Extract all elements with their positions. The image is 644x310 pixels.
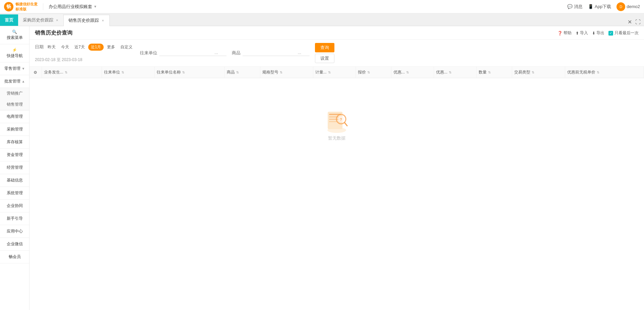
th-pretax-price[interactable]: 优惠前无税单价 ⇅ (565, 67, 644, 78)
table-header: ⚙ 业务发生... ⇅ 往来单位 ⇅ (30, 67, 644, 78)
app-selector[interactable]: 办公用品行业模拟账套 ▼ (49, 4, 97, 10)
filter-bar: 日期 昨天 今天 近7天 近1月 更多 自定义 2023-02-18 至 202… (30, 40, 644, 67)
date-label: 日期 (35, 44, 44, 50)
sidebar: 🔍 搜索菜单 ⚡ 快捷导航 零售管理 ▼ 批发管理 ▲ 营销推广 销售管理 电商… (0, 26, 30, 310)
app-download-icon: 📱 (588, 4, 593, 9)
source-label: 往来单位 (140, 50, 157, 56)
sidebar-item-guide[interactable]: 新手引导 (0, 212, 29, 225)
th-unit[interactable]: 计量... ⇅ (313, 67, 356, 78)
th-discount1[interactable]: 优惠... ⇅ (391, 67, 434, 78)
th-qty[interactable]: 数量 ⇅ (477, 67, 512, 78)
sidebar-item-marketing[interactable]: 营销推广 (0, 88, 29, 99)
wholesale-arrow-icon: ▲ (22, 80, 25, 83)
goods-input-area: ... (243, 50, 310, 56)
only-last-checkbox-area[interactable]: ✓ 只看最后一次 (608, 30, 639, 36)
export-button[interactable]: ⬇ 导出 (592, 30, 604, 36)
empty-illustration: ? (322, 105, 352, 135)
quick-nav-icon: ⚡ (12, 48, 17, 52)
tab-home[interactable]: 首页 (0, 14, 18, 26)
filter-actions: 查询 设置 (315, 43, 334, 63)
source-ellipsis-btn[interactable]: ... (214, 50, 218, 55)
sort-icon-partner-code: ⇅ (121, 70, 124, 74)
table-container: ⚙ 业务发生... ⇅ 往来单位 ⇅ (30, 67, 644, 310)
settings-icon: ⚙ (34, 70, 37, 75)
tab-purchase[interactable]: 采购历史价跟踪 × (18, 14, 64, 26)
th-partner-code[interactable]: 往来单位 ⇅ (102, 67, 155, 78)
date-btn-today[interactable]: 今天 (59, 44, 71, 51)
sidebar-item-basic[interactable]: 基础信息 (0, 174, 29, 187)
goods-ellipsis-btn[interactable]: ... (298, 50, 301, 55)
date-btn-more[interactable]: 更多 (105, 44, 117, 51)
sidebar-item-enterprise[interactable]: 企业协同 (0, 200, 29, 212)
date-btn-7days[interactable]: 近7天 (72, 44, 87, 51)
date-btn-yesterday[interactable]: 昨天 (46, 44, 58, 51)
goods-input[interactable] (243, 50, 296, 55)
message-icon: 💬 (567, 4, 573, 9)
help-button[interactable]: ❓ 帮助 (557, 30, 572, 36)
sidebar-item-quick[interactable]: ⚡ 快捷导航 (0, 44, 29, 62)
data-table: ⚙ 业务发生... ⇅ 往来单位 ⇅ (30, 67, 644, 78)
tab-purchase-label: 采购历史价跟踪 (23, 17, 53, 23)
sort-icon-unit: ⇅ (328, 70, 331, 74)
user-area[interactable]: D demo2 (616, 2, 640, 11)
table-header-row: ⚙ 业务发生... ⇅ 往来单位 ⇅ (30, 67, 644, 78)
import-button[interactable]: ⬆ 导入 (576, 30, 588, 36)
th-trade-type[interactable]: 交易类型 ⇅ (512, 67, 565, 78)
th-settings[interactable]: ⚙ (30, 67, 42, 78)
sort-icon-discount2: ⇅ (449, 70, 451, 74)
sidebar-item-inventory[interactable]: 库存核算 (0, 136, 29, 149)
chevron-down-icon: ▼ (94, 5, 97, 8)
only-last-checkbox[interactable]: ✓ (608, 31, 613, 36)
page-header: 销售历史价查询 ❓ 帮助 ⬆ 导入 ⬇ 导出 ✓ 只看最后一次 (30, 26, 644, 40)
goods-label: 商品 (232, 50, 240, 56)
source-input[interactable] (159, 50, 213, 55)
header-divider (43, 3, 43, 10)
retail-arrow-icon: ▼ (22, 67, 25, 70)
empty-text: 暂无数据 (328, 135, 345, 141)
sidebar-item-sales-mgmt[interactable]: 销售管理 (0, 99, 29, 110)
date-options: 昨天 今天 近7天 近1月 更多 自定义 (46, 44, 135, 51)
close-tab-btn[interactable]: ✕ (627, 18, 633, 26)
import-icon: ⬆ (576, 31, 579, 36)
svg-line-8 (344, 122, 347, 126)
date-range-display: 2023-02-18 至 2023-03-18 (35, 57, 82, 63)
date-btn-1month[interactable]: 近1月 (88, 44, 104, 51)
sidebar-item-system[interactable]: 系统管理 (0, 187, 29, 200)
sidebar-item-wechat[interactable]: 企业微信 (0, 238, 29, 251)
tab-sales[interactable]: 销售历史价跟踪 × (64, 15, 109, 26)
th-discount2[interactable]: 优惠... ⇅ (434, 67, 477, 78)
search-icon: 🔍 (12, 30, 17, 34)
message-button[interactable]: 💬 消息 (567, 4, 583, 10)
sidebar-item-apps[interactable]: 应用中心 (0, 225, 29, 238)
sort-icon-discount1: ⇅ (406, 70, 409, 74)
tabs-right-controls: ✕ ⛶ (624, 18, 644, 26)
th-partner-name[interactable]: 往来单位名称 ⇅ (155, 67, 225, 78)
query-button[interactable]: 查询 (315, 43, 334, 52)
app-download-button[interactable]: 📱 App下载 (588, 4, 611, 10)
sort-icon-goods: ⇅ (236, 70, 239, 74)
date-btn-custom[interactable]: 自定义 (118, 44, 135, 51)
sidebar-item-member[interactable]: 畅会员 (0, 251, 29, 263)
sidebar-item-retail[interactable]: 零售管理 ▼ (0, 62, 29, 75)
maximize-tab-btn[interactable]: ⛶ (635, 18, 641, 26)
setting-button[interactable]: 设置 (315, 54, 334, 63)
sidebar-item-finance[interactable]: 资金管理 (0, 149, 29, 161)
sidebar-item-wholesale[interactable]: 批发管理 ▲ (0, 75, 29, 88)
source-input-area: ... (159, 50, 226, 56)
th-biz-date[interactable]: 业务发生... ⇅ (42, 67, 102, 78)
logo-icon: 畅 (4, 2, 13, 11)
source-filter-group: 往来单位 ... (140, 50, 226, 56)
sidebar-item-purchase[interactable]: 采购管理 (0, 123, 29, 136)
sidebar-item-ecommerce[interactable]: 电商管理 (0, 110, 29, 123)
tab-purchase-close[interactable]: × (55, 18, 59, 22)
page-actions: ❓ 帮助 ⬆ 导入 ⬇ 导出 ✓ 只看最后一次 (557, 30, 639, 36)
avatar: D (616, 2, 625, 11)
th-quote[interactable]: 报价 ⇅ (356, 67, 391, 78)
sidebar-item-operations[interactable]: 经营管理 (0, 161, 29, 174)
th-goods[interactable]: 商品 ⇅ (225, 67, 260, 78)
tab-sales-close[interactable]: × (101, 18, 104, 23)
th-spec[interactable]: 规格型号 ⇅ (260, 67, 313, 78)
sort-icon-spec: ⇅ (280, 70, 282, 74)
tab-sales-label: 销售历史价跟踪 (68, 17, 99, 23)
sidebar-item-search[interactable]: 🔍 搜索菜单 (0, 26, 29, 44)
